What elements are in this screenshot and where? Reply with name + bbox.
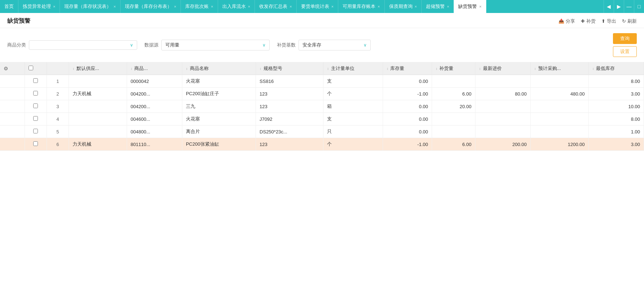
col-spec-header[interactable]: ↕ 规格型号	[256, 62, 323, 75]
sort-supplier-icon: ↕	[73, 67, 74, 71]
tab-minimize-btn[interactable]: —	[624, 0, 634, 13]
col-stock-header[interactable]: ↕ 库存量	[383, 62, 432, 75]
sort-price-icon: ↕	[479, 67, 481, 71]
row-purchase-3	[531, 113, 589, 125]
row-price-5: 200.00	[475, 138, 530, 151]
col-unit-header[interactable]: ↕ 主计量单位	[323, 62, 383, 75]
row-spec-1: 123	[256, 88, 323, 100]
row-checkbox-4[interactable]	[33, 129, 38, 133]
col-restock-header[interactable]: ↕ 补货量	[432, 62, 475, 75]
row-unit-1: 个	[323, 88, 383, 100]
tab-overstock[interactable]: 超储预警×	[422, 0, 454, 13]
tab-close-inout-flow[interactable]: ×	[248, 4, 250, 9]
tab-prev-btn[interactable]: ◀	[604, 0, 614, 13]
category-select-arrow: ∨	[130, 43, 133, 48]
row-checkbox-1[interactable]	[33, 91, 38, 96]
row-stock-3: 0.00	[383, 113, 432, 125]
restock-basis-select-arrow: ∨	[364, 43, 367, 48]
page-title: 缺货预警	[7, 17, 30, 25]
share-action[interactable]: 📤 分享	[558, 18, 575, 25]
tab-close-expiry[interactable]: ×	[415, 4, 417, 9]
query-button[interactable]: 查询	[613, 33, 637, 44]
tab-close-overstock[interactable]: ×	[447, 4, 449, 9]
tab-maximize-btn[interactable]: □	[634, 0, 644, 13]
col-price-header[interactable]: ↕ 最新进价	[475, 62, 530, 75]
table-row: 1 0000042 火花塞 SS816 支 0.00 8.00	[0, 75, 644, 88]
row-supplier-1: 力天机械	[69, 88, 127, 100]
restock-basis-select[interactable]: 安全库存 ∨	[299, 40, 371, 50]
row-num-3: 4	[47, 113, 69, 125]
sort-code-icon: ↕	[131, 67, 132, 71]
row-checkbox-0[interactable]	[33, 78, 38, 83]
restock-action[interactable]: ✚ 补货	[581, 18, 596, 25]
table-row: 6 力天机械 801110... PC200张紧油缸 123 个 -1.00 6…	[0, 138, 644, 151]
header-actions: 📤 分享 ✚ 补货 ⬆ 导出 ↻ 刷新	[558, 18, 637, 25]
row-num-1: 2	[47, 88, 69, 100]
tab-close-anomaly[interactable]: ×	[53, 4, 55, 9]
tab-close-batch[interactable]: ×	[211, 4, 213, 9]
datasource-filter-group: 数据源 可用量 ∨	[144, 40, 270, 50]
category-select[interactable]: ∨	[29, 40, 137, 50]
settings-gear-icon[interactable]: ⚙	[4, 66, 8, 71]
col-purchase-header[interactable]: ↕ 预计采购...	[531, 62, 589, 75]
tab-stock-status[interactable]: 现存量（库存状况表）×	[60, 0, 120, 13]
tab-receipt-summary[interactable]: 收发存汇总表×	[255, 0, 296, 13]
select-all-checkbox[interactable]	[29, 66, 33, 70]
row-spec-5: 123	[256, 138, 323, 151]
row-num-5: 6	[47, 138, 69, 151]
refresh-action[interactable]: ↻ 刷新	[622, 18, 637, 25]
tab-close-available-ledger[interactable]: ×	[378, 4, 380, 9]
row-num-0: 1	[47, 75, 69, 88]
row-code-2: 004200...	[127, 100, 182, 113]
row-settings-1	[0, 88, 25, 100]
row-name-2: 三九	[182, 100, 256, 113]
row-spec-3: J7092	[256, 113, 323, 125]
tab-inout-flow[interactable]: 出入库流水×	[218, 0, 255, 13]
datasource-label: 数据源	[144, 42, 158, 48]
row-checkbox-cell-0	[25, 75, 47, 88]
row-supplier-4	[69, 125, 127, 138]
tab-close-stock-dist[interactable]: ×	[174, 4, 176, 9]
page-header: 缺货预警 📤 分享 ✚ 补货 ⬆ 导出 ↻ 刷新	[0, 13, 644, 28]
tab-shortage[interactable]: 缺货预警×	[454, 0, 486, 13]
tab-close-stock-status[interactable]: ×	[113, 4, 116, 9]
col-code-header[interactable]: ↕ 商品...	[127, 62, 182, 75]
row-price-2	[475, 100, 530, 113]
row-checkbox-cell-2	[25, 100, 47, 113]
tab-expiry[interactable]: 保质期查询×	[385, 0, 422, 13]
tab-available-ledger[interactable]: 可用量库存账本×	[338, 0, 384, 13]
row-supplier-2	[69, 100, 127, 113]
col-supplier-header[interactable]: ↕ 默认供应...	[69, 62, 127, 75]
col-check	[25, 62, 47, 75]
row-restock-1: 6.00	[432, 88, 475, 100]
tab-demand-stats[interactable]: 要货单统计表×	[297, 0, 338, 13]
col-num	[47, 62, 69, 75]
row-spec-4: DS250*23c...	[256, 125, 323, 138]
row-code-5: 801110...	[127, 138, 182, 151]
row-checkbox-5[interactable]	[33, 141, 38, 146]
col-minstock-header[interactable]: ↕ 最低库存	[588, 62, 644, 75]
export-action[interactable]: ⬆ 导出	[601, 18, 616, 25]
row-spec-2: 123	[256, 100, 323, 113]
row-name-4: 离合片	[182, 125, 256, 138]
tab-next-btn[interactable]: ▶	[614, 0, 624, 13]
tab-close-demand-stats[interactable]: ×	[331, 4, 334, 9]
row-price-3	[475, 113, 530, 125]
tab-home[interactable]: 首页	[0, 0, 18, 13]
tab-close-receipt-summary[interactable]: ×	[290, 4, 292, 9]
sort-purchase-icon: ↕	[534, 67, 536, 71]
settings-button[interactable]: 设置	[613, 46, 637, 57]
col-name-header[interactable]: ↕ 商品名称	[182, 62, 256, 75]
tab-close-shortage[interactable]: ×	[479, 4, 481, 9]
row-name-0: 火花塞	[182, 75, 256, 88]
datasource-select[interactable]: 可用量 ∨	[161, 40, 270, 50]
tab-anomaly[interactable]: 拣货异常处理×	[18, 0, 60, 13]
tab-batch[interactable]: 库存批次账×	[181, 0, 218, 13]
row-supplier-0	[69, 75, 127, 88]
row-stock-2: 0.00	[383, 100, 432, 113]
tab-stock-dist[interactable]: 现存量（库存分布表）×	[121, 0, 181, 13]
row-checkbox-2[interactable]	[33, 103, 38, 108]
row-checkbox-3[interactable]	[33, 116, 38, 121]
row-stock-1: -1.00	[383, 88, 432, 100]
row-price-1: 80.00	[475, 88, 530, 100]
